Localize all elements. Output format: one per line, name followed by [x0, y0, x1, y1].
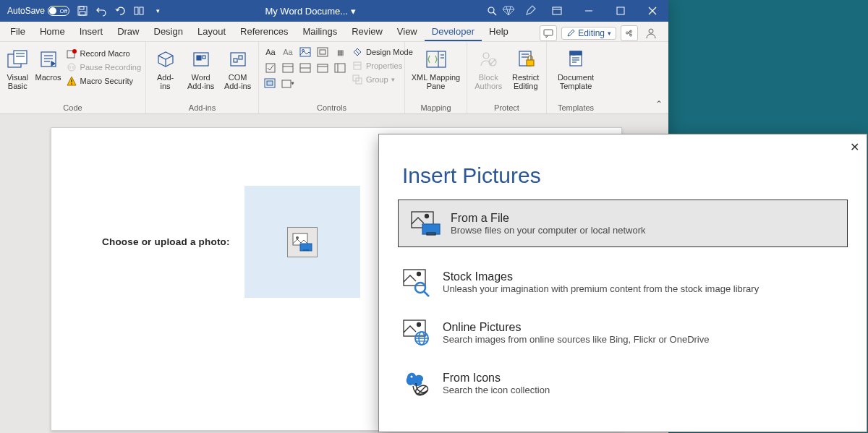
svg-rect-59 [427, 51, 446, 67]
option-from-icons[interactable]: From Icons Search the icon collection [379, 361, 867, 405]
tab-review[interactable]: Review [344, 22, 390, 41]
collapse-ribbon-icon[interactable]: ⌃ [655, 99, 663, 109]
comments-button[interactable] [540, 25, 557, 41]
option-title: From Icons [443, 372, 550, 385]
tab-view[interactable]: View [390, 22, 425, 41]
pen-icon[interactable] [519, 0, 541, 22]
svg-rect-16 [14, 51, 27, 64]
diamond-icon[interactable] [498, 0, 519, 22]
checkbox-control-icon[interactable] [263, 62, 278, 74]
svg-rect-34 [203, 56, 205, 59]
dialog-close-icon[interactable]: ✕ [850, 140, 859, 154]
tab-help[interactable]: Help [482, 22, 516, 41]
group-icon [352, 74, 363, 85]
account-icon[interactable] [642, 25, 660, 41]
option-stock-images[interactable]: Stock Images Unleash your imagination wi… [379, 260, 867, 304]
svg-rect-4 [140, 7, 143, 14]
svg-rect-47 [318, 64, 328, 72]
tab-design[interactable]: Design [147, 22, 190, 41]
visual-basic-icon [6, 48, 29, 71]
tab-layout[interactable]: Layout [190, 22, 233, 41]
minimize-icon[interactable] [573, 0, 605, 22]
picture-control-icon[interactable] [298, 46, 312, 58]
word-addins-button[interactable]: Word Add-ins [184, 45, 217, 90]
share-button[interactable] [621, 25, 638, 41]
xml-mapping-button[interactable]: XML Mapping Pane [409, 45, 462, 90]
option-from-file[interactable]: From a File Browse files on your compute… [398, 200, 848, 247]
qat-item-icon[interactable] [133, 5, 145, 17]
undo-icon[interactable] [95, 5, 107, 17]
svg-point-95 [411, 376, 413, 378]
option-online-pictures[interactable]: Online Pictures Search images from onlin… [379, 311, 867, 354]
svg-rect-13 [544, 30, 553, 35]
tab-file[interactable]: File [3, 22, 33, 41]
control-dropdown-icon[interactable]: ▦ [333, 46, 347, 58]
macros-button[interactable]: Macros [35, 45, 61, 82]
svg-rect-49 [335, 64, 345, 72]
macro-security-button[interactable]: Macro Security [66, 75, 141, 87]
block-authors-button: Block Authors [472, 45, 505, 90]
plaintext-control-icon[interactable]: Aa [281, 46, 295, 58]
document-template-button[interactable]: W Document Template [551, 45, 600, 90]
properties-button: Properties [352, 60, 413, 72]
group-protect: Block Authors Restrict Editing Protect [467, 42, 547, 113]
option-title: Stock Images [443, 270, 759, 283]
tab-mailings[interactable]: Mailings [296, 22, 345, 41]
editing-mode-button[interactable]: Editing ▾ [561, 27, 616, 40]
option-subtitle: Search images from online sources like B… [443, 334, 709, 345]
repeating-control-icon[interactable] [333, 62, 347, 74]
close-icon[interactable] [637, 0, 668, 22]
dropdown-control-icon[interactable] [298, 62, 312, 74]
option-subtitle: Browse files on your computer or local n… [451, 225, 646, 236]
autosave-toggle[interactable]: AutoSave Off [7, 6, 69, 16]
addins-icon [154, 48, 177, 71]
svg-point-86 [415, 283, 425, 293]
record-macro-button[interactable]: Record Macro [66, 48, 141, 59]
document-title[interactable]: My Word Docume... ▾ [163, 6, 457, 17]
restrict-editing-button[interactable]: Restrict Editing [509, 45, 542, 90]
photo-prompt-label: Choose or upload a photo: [102, 236, 230, 247]
save-icon[interactable] [77, 5, 88, 17]
stock-images-icon [401, 267, 434, 296]
online-pictures-icon [401, 318, 434, 347]
buildingblock-control-icon[interactable] [315, 46, 330, 58]
svg-rect-83 [427, 233, 435, 235]
picture-placeholder-icon [287, 227, 318, 257]
svg-rect-3 [135, 7, 138, 14]
svg-line-65 [490, 59, 495, 65]
tab-draw[interactable]: Draw [110, 22, 146, 41]
qat-dropdown-icon[interactable]: ▾ [152, 5, 163, 17]
tab-home[interactable]: Home [33, 22, 72, 41]
redo-icon[interactable] [114, 5, 126, 17]
group-label-code: Code [4, 102, 141, 112]
combobox-control-icon[interactable] [281, 62, 295, 74]
richtext-control-icon[interactable]: Aa [263, 46, 278, 58]
tab-references[interactable]: References [233, 22, 295, 41]
xml-pane-icon [425, 48, 448, 71]
design-mode-button[interactable]: Design Mode [352, 46, 413, 58]
search-icon[interactable] [486, 5, 498, 17]
tab-developer[interactable]: Developer [425, 22, 482, 41]
visual-basic-button[interactable]: Visual Basic [4, 45, 31, 90]
svg-rect-10 [617, 7, 624, 14]
macros-icon [37, 48, 60, 71]
picture-content-control[interactable] [244, 186, 360, 298]
group-templates: W Document Template Templates [547, 42, 605, 113]
com-addins-button[interactable]: COM Add-ins [221, 45, 254, 90]
option-subtitle: Search the icon collection [443, 385, 550, 395]
legacy-tools-icon[interactable] [263, 78, 278, 90]
ribbon-tabs: File Home Insert Draw Design Layout Refe… [0, 22, 668, 42]
svg-rect-36 [234, 59, 237, 62]
design-mode-icon [352, 46, 363, 58]
addins-button[interactable]: Add- ins [150, 45, 180, 90]
maximize-icon[interactable] [605, 0, 637, 22]
group-button: Group ▾ [352, 74, 413, 85]
legacy-dropdown-icon[interactable] [281, 78, 295, 90]
tab-insert[interactable]: Insert [72, 22, 111, 41]
date-control-icon[interactable] [315, 62, 330, 74]
pause-recording-button: Pause Recording [66, 61, 141, 73]
document-template-icon: W [564, 48, 587, 71]
ribbon-display-icon[interactable] [541, 0, 573, 22]
svg-line-6 [493, 12, 496, 15]
option-title: From a File [451, 212, 646, 225]
